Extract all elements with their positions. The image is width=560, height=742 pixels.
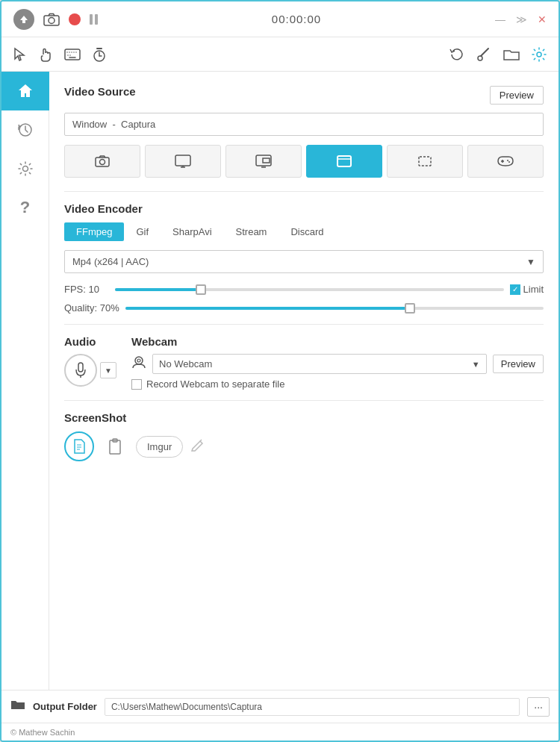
codec-dropdown[interactable]: Mp4 (x264 | AAC) ▼ [64,250,544,273]
screenshot-file-icon[interactable] [64,431,94,461]
encoder-tabs: FFmpeg Gif SharpAvi Stream Discard [64,222,544,241]
webcam-dropdown-arrow[interactable]: ▼ [466,356,486,372]
webcam-separate-row: Record Webcam to separate file [131,378,544,390]
copyright-text: © Mathew Sachin [10,728,75,737]
fps-limit: ✓ Limit [510,284,544,295]
pause-button[interactable] [90,14,98,25]
fps-row: FPS: 10 ✓ Limit [64,284,544,295]
minimize-button[interactable]: — [495,13,505,25]
timer-tool-icon[interactable] [93,47,106,62]
upload-icon[interactable] [13,9,34,30]
quality-row: Quality: 70% [64,302,544,314]
webcam-icon [131,355,146,372]
svg-line-17 [481,49,488,56]
toolbar-row [1,37,559,72]
title-bar: 00:00:00 — ≫ ✕ [1,1,559,37]
audio-label: Audio [64,335,116,348]
screenshot-imgur-button[interactable]: Imgur [136,436,183,458]
svg-marker-3 [15,49,24,60]
svg-point-23 [100,160,105,165]
copyright-bar: © Mathew Sachin [1,723,559,741]
svg-point-40 [137,359,140,362]
camera-icon[interactable] [43,11,60,28]
refresh-icon[interactable] [449,47,464,62]
webcam-value: No Webcam [153,355,466,373]
fps-slider[interactable] [115,288,504,291]
fps-limit-label: Limit [523,284,544,295]
source-monitor2-btn[interactable] [225,145,302,178]
footer: Output Folder ··· [1,690,559,723]
webcam-separate-checkbox[interactable] [131,379,142,390]
close-button[interactable]: ✕ [538,13,547,25]
enc-tab-stream[interactable]: Stream [224,222,279,241]
video-preview-button[interactable]: Preview [490,86,544,105]
video-source-header: Video Source Preview [64,85,544,105]
svg-point-35 [507,160,508,161]
record-button[interactable] [69,13,81,25]
video-encoder-label: Video Encoder [64,202,544,215]
screenshot-pencil-icon[interactable] [190,437,205,456]
svg-point-19 [537,52,541,57]
audio-btn-row: ▼ [64,354,116,387]
audio-mic-button[interactable] [64,354,97,387]
hand-tool-icon[interactable] [39,47,52,62]
settings-icon[interactable] [532,47,547,62]
divider-2 [64,324,544,325]
svg-rect-27 [256,155,271,166]
webcam-preview-button[interactable]: Preview [493,355,544,373]
screenshot-label: ScreenShot [64,411,544,424]
brush-icon[interactable] [476,47,491,62]
sidebar-item-history[interactable] [1,110,49,149]
encoder-tabs-container: FFmpeg Gif SharpAvi Stream Discard Mp4 (… [64,222,544,314]
codec-dropdown-arrow[interactable]: ▼ [519,252,543,272]
sidebar: ? [1,72,49,690]
quality-slider[interactable] [125,307,544,310]
video-source-label: Video Source [64,85,136,98]
svg-rect-30 [337,156,351,166]
source-camera-btn[interactable] [64,145,140,178]
svg-line-46 [200,440,202,441]
enc-tab-gif[interactable]: Gif [124,222,161,241]
svg-point-39 [135,357,143,364]
keyboard-tool-icon[interactable] [64,49,81,60]
video-source-input[interactable] [64,113,544,136]
source-window-btn[interactable] [306,145,382,178]
svg-point-21 [22,166,28,172]
enc-tab-discard[interactable]: Discard [279,222,335,241]
folder-icon[interactable] [503,48,520,61]
sidebar-item-help[interactable]: ? [1,188,49,227]
sidebar-item-home[interactable] [1,72,49,110]
sidebar-item-settings[interactable] [1,149,49,188]
webcam-label: Webcam [131,335,544,348]
source-monitor-btn[interactable] [145,145,221,178]
source-region-btn[interactable] [387,145,463,178]
audio-section: Audio ▼ [64,335,116,390]
content-area: Video Source Preview [49,72,559,690]
chevron-button[interactable]: ≫ [516,13,527,25]
footer-path-input[interactable] [105,698,520,716]
source-gamepad-btn[interactable] [467,145,544,178]
enc-tab-sharpavi[interactable]: SharpAvi [161,222,224,241]
footer-label: Output Folder [33,701,97,712]
svg-rect-4 [65,49,80,60]
audio-dropdown-button[interactable]: ▼ [100,362,116,378]
screenshot-clipboard-icon[interactable] [102,433,128,460]
divider-1 [64,191,544,192]
codec-value: Mp4 (x264 | AAC) [65,251,519,272]
screenshot-icons: Imgur [64,431,544,461]
toolbar-left [13,47,106,62]
webcam-dropdown[interactable]: No Webcam ▼ [152,354,487,374]
cursor-tool-icon[interactable] [13,47,27,62]
svg-rect-28 [263,158,270,163]
main-body: ? Video Source Preview [1,72,559,690]
enc-tab-ffmpeg[interactable]: FFmpeg [64,222,124,241]
fps-limit-checkbox[interactable]: ✓ [510,284,520,295]
footer-more-button[interactable]: ··· [527,697,550,717]
audio-webcam-row: Audio ▼ Webcam [64,335,544,390]
timer-display: 00:00:00 [98,13,495,25]
video-source-icons [64,145,544,178]
svg-rect-24 [175,155,190,166]
footer-folder-icon[interactable] [10,699,25,714]
webcam-select-row: No Webcam ▼ Preview [131,354,544,374]
title-bar-right: — ≫ ✕ [495,13,547,25]
